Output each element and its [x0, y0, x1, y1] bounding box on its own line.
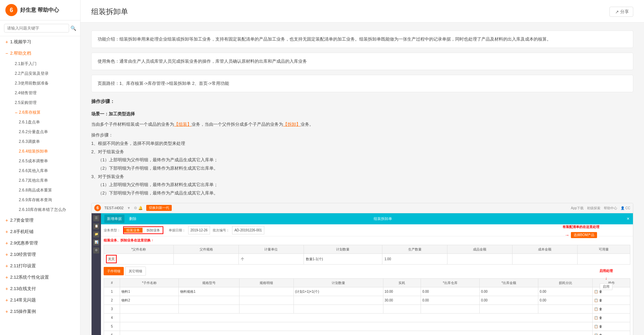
sidebar-item-2-6-5[interactable]: 2.6.5成本调整单 — [11, 156, 80, 166]
lower-td-plan-1: (计划1+1)×1(个) — [293, 287, 383, 296]
lower-th-specdet: 规格明细 — [239, 278, 293, 287]
lower-table-row-6: 6 📋 🗑 — [104, 331, 630, 335]
brand-name: 好生意 帮助中心 — [20, 7, 59, 14]
page-title: 组装拆卸单 — [91, 7, 128, 17]
lower-td-empty-5 — [120, 322, 593, 331]
sidebar-item-2-11[interactable]: + 2.11打印设置 — [0, 260, 80, 272]
sidebar-item-2-3[interactable]: 2.3使用前数据准备 — [7, 78, 80, 88]
share-icon: ↗ — [615, 9, 619, 14]
sidebar-item-2-6-3[interactable]: 2.6.3调拨单 — [11, 137, 80, 147]
lower-th-warehouse: *出库仓库 — [421, 278, 480, 287]
annotation-arrow-type: ↑ — [152, 238, 153, 242]
sidebar-item-2-6-9[interactable]: 2.6.9库存账本查询 — [11, 195, 80, 205]
sidebar-item-2-6-4[interactable]: 2.6.4组装拆卸单 — [11, 147, 80, 156]
lower-td-name-1: 物料1 — [120, 287, 179, 296]
sidebar-item-2-7[interactable]: + 2.7资金管理 — [0, 215, 80, 226]
lower-td-wh-1: 0.00 — [421, 287, 480, 296]
upper-td-name-1-box: 关天 — [106, 255, 117, 263]
upper-td-costamt-1 — [512, 254, 577, 264]
search-input[interactable] — [4, 24, 69, 33]
search-box: 🔍 — [0, 20, 80, 36]
form-type-btn-disassemble[interactable]: 拆卸业务 — [144, 228, 163, 233]
lower-td-specdet-1 — [239, 287, 293, 296]
collapse-icon: − — [5, 51, 8, 56]
upper-td-prodamt-1 — [447, 254, 513, 264]
sidebar-section-docs: − 2.帮助文档 2.1新手入门 2.2产品安装及登录 2.3使用前数据准备 2… — [0, 48, 80, 215]
screenshot-explore: 初级探索 — [587, 205, 600, 211]
lower-td-seq-2: 2 — [104, 296, 120, 304]
nav-path-text: 页面路径：1、库存核算->库存管理->组装拆卸单 2、首页->常用功能 — [98, 81, 229, 86]
screenshot-nav-icon-1: ☰ — [93, 215, 99, 221]
sidebar-item-2-6-7[interactable]: 2.6.7其他出库单 — [11, 176, 80, 185]
sidebar-item-docs[interactable]: − 2.帮助文档 — [0, 48, 80, 59]
lower-td-spec-1: 物料规格1 — [179, 287, 239, 296]
screenshot-nav-icon-5: ⚙ — [93, 247, 99, 254]
upper-th-spec: 父件规格 — [174, 245, 239, 254]
sidebar: 6 好生意 帮助中心 🔍 + 1.视频学习 − 2.帮助文档 2.1新手入门 2… — [0, 0, 80, 335]
lower-th-amount: *出库金额 — [480, 278, 538, 287]
screenshot-nav-icon-3: 📁 — [93, 231, 99, 237]
sidebar-item-video[interactable]: + 1.视频学习 — [0, 36, 80, 48]
search-icon[interactable]: 🔍 — [70, 25, 76, 31]
sidebar-item-2-9[interactable]: + 2.9优惠券管理 — [0, 237, 80, 249]
annotation-type-switch-text: 组装业务、拆卸业务在这里切换 — [104, 238, 151, 242]
sidebar-item-2-10[interactable]: + 2.10经营管理 — [0, 249, 80, 260]
lower-table-row-1: 1 物料1 物料规格1 (计划1+1)×1(个) 10.00 0.00 0.00 — [104, 287, 630, 296]
sidebar-item-2-6-8[interactable]: 2.6.8商品成本重算 — [11, 185, 80, 195]
screenshot-topbar-left: 6 TEST-H002 ▼ ⚙ 🔔 切换到新一代 — [94, 205, 172, 212]
sidebar-item-2-12[interactable]: + 2.12系统个性化设置 — [0, 272, 80, 283]
sidebar-item-2-6[interactable]: − 2.6库存核算 — [7, 108, 80, 117]
share-button[interactable]: ↗ 分享 — [609, 7, 633, 17]
lower-td-specdet-3 — [239, 304, 293, 313]
sidebar-item-2-8[interactable]: + 2.8手机旺铺 — [0, 226, 80, 237]
step3-2-text: （2）下部明细为子件明细，最终作为产成品生成其它入库单。 — [91, 189, 633, 198]
sidebar-item-2-6-1[interactable]: 2.6.1盘点单 — [11, 117, 80, 127]
sidebar-item-2-2[interactable]: 2.2产品安装及登录 — [7, 69, 80, 78]
collapse-icon-2-6: − — [15, 110, 17, 115]
lower-td-name-2: 物料2 — [120, 296, 179, 304]
screenshot-switch-btn[interactable]: 切换到新一代 — [146, 205, 172, 211]
upper-td-avail-1 — [577, 254, 630, 264]
sidebar-item-2-14[interactable]: + 2.14常见问题 — [0, 294, 80, 306]
lower-td-actual-1: 10.00 — [383, 287, 421, 296]
scene1-desc: 当由多个子件材料组装成一个成品的业务为【组装】业务，当由一个父件拆分成多个子产品… — [91, 120, 633, 129]
screenshot-sub-tab-active[interactable]: 子件明细 — [104, 267, 124, 275]
screenshot-main-panel: 新增单据 删除 组装拆卸单 ✕ 业务类型： 组装业务 拆卸业务 — [101, 213, 633, 335]
upper-table-row-1: 关天 个 数量1-1(个) 1.00 — [104, 254, 630, 264]
screenshot-enable-btn[interactable]: 启用 — [600, 283, 612, 290]
share-label: 分享 — [620, 9, 629, 15]
screenshot-close-btn[interactable]: ✕ — [627, 215, 630, 222]
sidebar-item-2-13[interactable]: + 2.13在线支付 — [0, 283, 80, 294]
sidebar-item-2-4[interactable]: 2.4销售管理 — [7, 88, 80, 98]
screenshot-nav-icon-4: 📊 — [93, 239, 99, 245]
step2-text: 2、对于组装业务 — [91, 148, 633, 156]
upper-th-name: *父件名称 — [104, 245, 174, 254]
content-header: 组装拆卸单 ↗ 分享 — [80, 0, 644, 22]
lower-table-row-5: 5 📋 🗑 — [104, 322, 630, 331]
annotation-arrow-enable: ↓ — [599, 275, 613, 282]
form-date-value: 2019-12-26 — [188, 226, 210, 234]
upper-td-spec-1 — [174, 254, 239, 264]
content-body: 功能介绍：组装拆卸单用来处理企业组装或拆卸等加工业务，支持有固定装配清单的产品加… — [80, 22, 644, 335]
form-type-btn-assemble[interactable]: 组装业务 — [124, 228, 143, 233]
screenshot-left-nav: ☰ 📋 📁 📊 ⚙ — [92, 213, 101, 335]
lower-td-plan-3 — [293, 304, 383, 313]
screenshot-title-tabs: 新增单据 删除 — [104, 215, 139, 223]
sidebar-item-2-6-10[interactable]: 2.6.10库存账本错了怎么办 — [11, 205, 80, 215]
sidebar-item-2-6-6[interactable]: 2.6.6其他入库单 — [11, 166, 80, 176]
upper-th-available: 可用量 — [577, 245, 630, 254]
sidebar-item-2-6-2[interactable]: 2.6.2分量盘点单 — [11, 127, 80, 137]
lower-td-op-5: 📋 🗑 — [593, 322, 630, 331]
screenshot-sub-tab-2[interactable]: 其它明细 — [125, 267, 146, 276]
upper-td-planned-1: 数量1-1(个) — [304, 254, 382, 264]
sidebar-item-2-1[interactable]: 2.1新手入门 — [7, 59, 80, 69]
sidebar-item-2-5[interactable]: 2.5采购管理 — [7, 98, 80, 108]
screenshot-sub-tabs: 子件明细 其它明细 — [104, 267, 630, 276]
lower-td-actual-3 — [383, 304, 421, 313]
screenshot-bom-btn[interactable]: 选择BOM产品 — [571, 232, 597, 238]
lower-td-seq-6: 6 — [104, 331, 120, 335]
screenshot-tab-delete[interactable]: 删除 — [126, 215, 139, 223]
sidebar-item-2-15[interactable]: + 2.15操作案例 — [0, 306, 80, 317]
operation-steps-label: 操作步骤： — [91, 97, 633, 106]
screenshot-tab-new[interactable]: 新增单据 — [104, 215, 124, 223]
